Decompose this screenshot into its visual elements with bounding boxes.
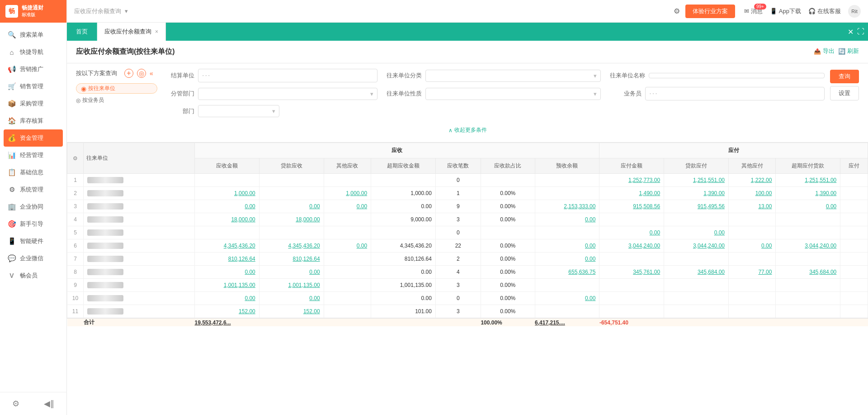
sidebar-item-inventory[interactable]: 🏠 库存核算: [0, 112, 66, 129]
tab-active[interactable]: 应收应付余额查询 ×: [97, 23, 166, 41]
sidebar-item-member[interactable]: V 畅会员: [0, 267, 66, 284]
sidebar-item-enterprise[interactable]: 🏢 企业协同: [0, 198, 66, 215]
filter-scheme-salesperson[interactable]: ◎ 按业务员: [76, 96, 157, 104]
table-footer: 合计 19,553,472,6... 100.00% 6,417,215....…: [67, 318, 868, 326]
settlement-input[interactable]: ···: [198, 69, 377, 82]
salesperson-input[interactable]: ···: [645, 87, 825, 100]
sidebar-item-purchase[interactable]: 📦 采购管理: [0, 95, 66, 112]
refresh-label: 刷新: [847, 47, 859, 55]
tab-fullscreen-icon[interactable]: ⛶: [857, 28, 864, 36]
header-right: ✉ 消息 99+ 📱 App下载 🎧 在线客服 Rit: [744, 5, 861, 18]
refresh-icon: 🔄: [838, 48, 845, 55]
partner-name-label: 往来单位名称: [610, 72, 645, 80]
sidebar: 畅 畅捷通财 标准版 🔍 搜索菜单 ⌂ 快捷导航 📢 营销推广 🛒 销售管理 📦…: [0, 0, 67, 415]
col-p-extra: 应付: [840, 158, 868, 174]
partner-category-input[interactable]: ▾: [425, 70, 601, 82]
tab-close-window-icon[interactable]: ✕: [848, 28, 854, 36]
tab-close-icon[interactable]: ×: [155, 29, 158, 35]
sidebar-label-marketing: 营销推广: [20, 65, 43, 73]
user-name: Rit: [851, 9, 857, 14]
filter-field-partner-category: 往来单位分类 ▾: [387, 69, 601, 82]
collapse-more-button[interactable]: ∧ 收起更多条件: [76, 124, 859, 137]
purchase-icon: 📦: [7, 100, 16, 108]
filter-field-partner-nature: 往来单位性质 ▾: [387, 87, 601, 100]
user-avatar[interactable]: Rit: [848, 5, 861, 18]
partner-name: xxxxxxxxxx: [84, 213, 195, 226]
data-table: ⚙ 往来单位 应收 应付 应收金额 贷款应收 其他应收 超期应收金额 应收笔数 …: [67, 143, 868, 326]
marketing-icon: 📢: [7, 65, 16, 73]
sidebar-item-finance[interactable]: 💰 资金管理: [4, 129, 63, 147]
footer-r-prepay[interactable]: 6,417,215....: [535, 318, 599, 326]
col-r-amount: 应收金额: [194, 158, 259, 174]
dept-input[interactable]: ▾: [198, 88, 377, 100]
col-r-loan: 贷款应收: [259, 158, 324, 174]
query-buttons: 查询 设置: [830, 69, 859, 100]
refresh-button[interactable]: 🔄 刷新: [838, 47, 859, 55]
table-row: 9xxxxxxxxxx1,001,135.001,001,135.001,001…: [67, 279, 868, 292]
filter-scheme-label: 按以下方案查询: [76, 69, 117, 77]
scheme-partner-label: 按往来单位: [88, 85, 115, 92]
collapse-label: 收起更多条件: [454, 126, 487, 134]
tab-bar-actions: ✕ ⛶: [848, 28, 868, 36]
sidebar-settings-btn[interactable]: ⚙: [9, 397, 23, 410]
partner-name: xxxxxxxxxx: [84, 279, 195, 292]
filter-expand-button[interactable]: «: [150, 70, 153, 77]
scheme-partner-icon: ◉: [81, 85, 86, 92]
table-payable-group: 应付: [599, 143, 868, 158]
page-actions: 📤 导出 🔄 刷新: [814, 47, 859, 62]
sidebar-item-wechat[interactable]: 💬 企业微信: [0, 250, 66, 267]
sidebar-item-sales[interactable]: 🛒 销售管理: [0, 78, 66, 95]
header-gear-icon[interactable]: ⚙: [674, 7, 680, 15]
table-row: 6^4,345,436.204,345,436.200.004,345,436.…: [67, 239, 868, 253]
footer-r-other: [324, 318, 371, 326]
col-p-overdue: 超期应付货款: [776, 158, 840, 174]
table-row: 4xxxxxxxxxx18,000.0018,000.009,000.0030.…: [67, 213, 868, 226]
message-button[interactable]: ✉ 消息 99+: [744, 7, 763, 15]
filter-scheme-partner[interactable]: ◉ 按往来单位: [76, 83, 157, 94]
top-header: 应收应付余额查询 ▾ ⚙ 体验行业方案 ✉ 消息 99+ 📱 App下载 🎧 在…: [67, 0, 868, 23]
export-button[interactable]: 📤 导出: [814, 47, 835, 55]
promo-button[interactable]: 体验行业方案: [685, 5, 735, 18]
sidebar-item-quick-nav[interactable]: ⌂ 快捷导航: [0, 43, 66, 61]
sidebar-item-operation[interactable]: 📊 经营管理: [0, 147, 66, 164]
breadcrumb-chevron-icon: ▾: [125, 8, 128, 14]
sidebar-item-hardware[interactable]: 📱 智能硬件: [0, 233, 66, 250]
sidebar-item-marketing[interactable]: 📢 营销推广: [0, 61, 66, 78]
service-icon: 🎧: [808, 8, 816, 14]
online-service-button[interactable]: 🎧 在线客服: [808, 7, 841, 15]
table-row: 8P0.000.000.0040.00%655,636.75345,761.00…: [67, 266, 868, 279]
partner-name: xxxxxxxxxx: [84, 253, 195, 266]
table-area: ⚙ 往来单位 应收 应付 应收金额 贷款应收 其他应收 超期应收金额 应收笔数 …: [67, 143, 868, 415]
table-row: 3xxxxxxxxxx0.000.000.000.0090.00%2,153,3…: [67, 200, 868, 213]
page-header: 应收应付余额查询(按往来单位) 📤 导出 🔄 刷新: [67, 41, 868, 63]
partner-nature-input[interactable]: ▾: [425, 88, 601, 100]
settings-button[interactable]: 设置: [830, 86, 859, 100]
sidebar-item-base-info[interactable]: 📋 基础信息: [0, 164, 66, 181]
filter-field-department: 部门 ▾: [163, 105, 279, 117]
department-label: 部门: [163, 107, 194, 115]
filter-scheme-panel: 按以下方案查询 + ◎ « ◉ 按往来单位 ◎ 按业务员: [76, 69, 157, 104]
newbie-icon: 🎯: [7, 220, 16, 228]
app-download-button[interactable]: 📱 App下载: [770, 7, 801, 15]
tab-home[interactable]: 首页: [67, 23, 97, 41]
filter-setting-button[interactable]: ◎: [137, 69, 146, 78]
table-row: 10xxxxxxxxxx0.000.000.0000.00%0.00: [67, 292, 868, 305]
sidebar-item-system[interactable]: ⚙ 系统管理: [0, 181, 66, 198]
partner-name-input[interactable]: [649, 73, 825, 78]
table-settings-col[interactable]: ⚙: [67, 143, 84, 174]
department-input[interactable]: ▾: [198, 105, 279, 117]
sidebar-label-newbie: 新手引导: [20, 220, 43, 228]
filter-add-button[interactable]: +: [124, 69, 133, 78]
sidebar-item-search[interactable]: 🔍 搜索菜单: [0, 26, 66, 43]
finance-icon: 💰: [7, 134, 16, 142]
settlement-dots: ···: [202, 72, 211, 80]
sidebar-item-newbie[interactable]: 🎯 新手引导: [0, 215, 66, 233]
export-label: 导出: [823, 47, 835, 55]
sidebar-collapse-btn[interactable]: ◀‖: [40, 397, 58, 410]
table-partner-col: 往来单位: [84, 143, 195, 174]
partner-name: xxxxxxxxxx: [84, 305, 195, 319]
query-button[interactable]: 查询: [830, 70, 859, 83]
footer-r-amount[interactable]: 19,553,472,6...: [194, 318, 259, 326]
hardware-icon: 📱: [7, 237, 16, 245]
inventory-icon: 🏠: [7, 117, 16, 125]
